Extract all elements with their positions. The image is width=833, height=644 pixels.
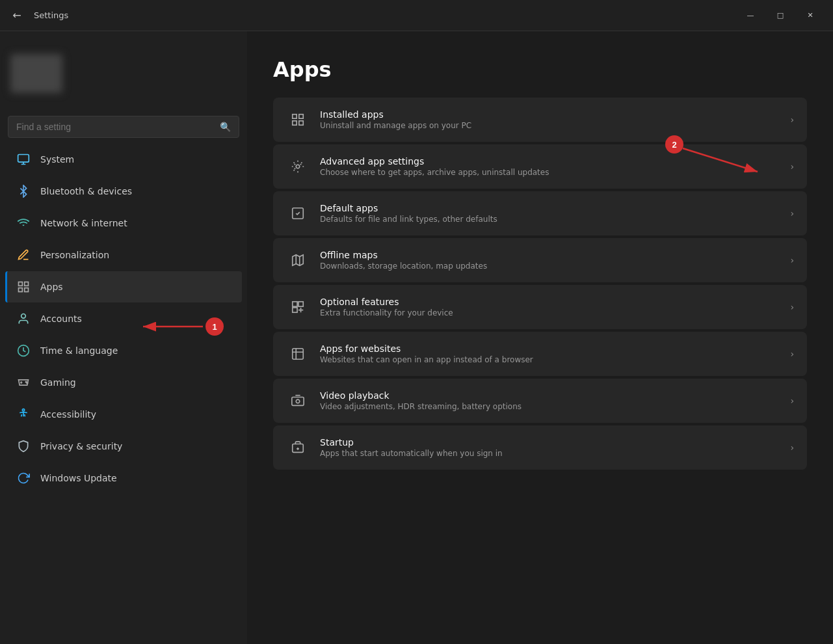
sidebar-item-apps[interactable]: Apps <box>5 271 242 302</box>
sidebar-item-label: Time & language <box>40 345 118 356</box>
svg-rect-12 <box>293 121 297 125</box>
optional-features-chevron: › <box>790 302 794 312</box>
optional-features-title: Optional features <box>320 297 780 307</box>
sidebar-item-system[interactable]: System <box>5 144 242 175</box>
installed-apps-text: Installed apps Uninstall and manage apps… <box>320 109 780 130</box>
sidebar-item-label: Personalization <box>40 250 109 260</box>
settings-item-offline-maps[interactable]: Offline maps Downloads, storage location… <box>273 238 807 282</box>
minimize-button[interactable]: — <box>735 5 765 26</box>
sidebar: 🔍 System Bluetooth & devices Network & i… <box>0 31 247 644</box>
sidebar-item-label: Windows Update <box>40 473 117 483</box>
startup-text: Startup Apps that start automatically wh… <box>320 437 780 458</box>
update-icon <box>16 470 31 486</box>
svg-rect-4 <box>25 288 29 292</box>
settings-item-optional-features[interactable]: Optional features Extra functionality fo… <box>273 285 807 329</box>
sidebar-item-bluetooth[interactable]: Bluetooth & devices <box>5 176 242 207</box>
optional-features-desc: Extra functionality for your device <box>320 308 780 317</box>
svg-point-5 <box>21 314 26 319</box>
gaming-icon <box>16 375 31 390</box>
svg-rect-20 <box>298 302 303 306</box>
search-icon: 🔍 <box>220 122 231 132</box>
advanced-app-settings-title: Advanced app settings <box>320 156 780 167</box>
svg-rect-19 <box>293 302 297 306</box>
svg-point-9 <box>22 409 24 411</box>
settings-item-default-apps[interactable]: Default apps Defaults for file and link … <box>273 191 807 235</box>
settings-item-installed-apps[interactable]: Installed apps Uninstall and manage apps… <box>273 98 807 142</box>
startup-desc: Apps that start automatically when you s… <box>320 449 780 458</box>
svg-rect-21 <box>293 308 297 312</box>
accounts-icon <box>16 311 31 327</box>
video-playback-chevron: › <box>790 396 794 406</box>
sidebar-item-label: Bluetooth & devices <box>40 186 132 196</box>
sidebar-item-accounts[interactable]: Accounts <box>5 303 242 334</box>
startup-chevron: › <box>790 442 794 453</box>
close-button[interactable]: ✕ <box>795 5 825 26</box>
settings-item-advanced-app-settings[interactable]: Advanced app settings Choose where to ge… <box>273 144 807 189</box>
startup-title: Startup <box>320 437 780 448</box>
installed-apps-desc: Uninstall and manage apps on your PC <box>320 121 780 130</box>
sidebar-nav: System Bluetooth & devices Network & int… <box>0 143 247 494</box>
apps-icon <box>16 279 31 295</box>
settings-item-startup[interactable]: Startup Apps that start automatically wh… <box>273 425 807 470</box>
advanced-app-settings-text: Advanced app settings Choose where to ge… <box>320 156 780 177</box>
installed-apps-title: Installed apps <box>320 109 780 120</box>
sidebar-item-label: Accessibility <box>40 409 96 420</box>
svg-point-24 <box>296 399 300 403</box>
search-box[interactable]: 🔍 <box>8 116 239 138</box>
sidebar-item-label: Privacy & security <box>40 441 122 451</box>
default-apps-icon <box>286 202 310 225</box>
svg-rect-1 <box>19 282 23 286</box>
personalization-icon <box>16 247 31 263</box>
sidebar-item-accessibility[interactable]: Accessibility <box>5 399 242 430</box>
offline-maps-title: Offline maps <box>320 250 780 260</box>
back-button[interactable]: ← <box>8 7 26 25</box>
sidebar-item-label: Network & internet <box>40 218 127 228</box>
offline-maps-icon <box>286 248 310 272</box>
apps-for-websites-text: Apps for websites Websites that can open… <box>320 343 780 364</box>
optional-features-icon <box>286 295 310 319</box>
video-playback-desc: Video adjustments, HDR streaming, batter… <box>320 402 780 411</box>
sidebar-item-privacy[interactable]: Privacy & security <box>5 431 242 462</box>
accessibility-icon <box>16 407 31 422</box>
sidebar-item-update[interactable]: Windows Update <box>5 463 242 494</box>
video-playback-title: Video playback <box>320 390 780 401</box>
advanced-app-settings-icon <box>286 155 310 178</box>
sidebar-item-network[interactable]: Network & internet <box>5 208 242 239</box>
sidebar-item-time[interactable]: Time & language <box>5 335 242 366</box>
settings-list: Installed apps Uninstall and manage apps… <box>273 98 807 470</box>
default-apps-desc: Defaults for file and link types, other … <box>320 215 780 224</box>
offline-maps-chevron: › <box>790 255 794 265</box>
sidebar-item-label: Accounts <box>40 314 82 324</box>
installed-apps-chevron: › <box>790 114 794 125</box>
default-apps-text: Default apps Defaults for file and link … <box>320 203 780 224</box>
apps-for-websites-desc: Websites that can open in an app instead… <box>320 355 780 364</box>
svg-rect-13 <box>299 121 303 125</box>
advanced-app-settings-desc: Choose where to get apps, archive apps, … <box>320 168 780 177</box>
svg-marker-16 <box>293 255 304 266</box>
avatar <box>10 54 62 93</box>
installed-apps-icon <box>286 108 310 131</box>
settings-item-apps-for-websites[interactable]: Apps for websites Websites that can open… <box>273 332 807 376</box>
maximize-button[interactable]: □ <box>765 5 795 26</box>
svg-rect-11 <box>299 114 303 118</box>
sidebar-item-personalization[interactable]: Personalization <box>5 239 242 271</box>
default-apps-title: Default apps <box>320 203 780 213</box>
svg-point-14 <box>296 165 300 168</box>
app-title: Settings <box>34 10 728 20</box>
svg-rect-10 <box>293 114 297 118</box>
apps-for-websites-title: Apps for websites <box>320 343 780 354</box>
system-icon <box>16 152 31 167</box>
window-controls: — □ ✕ <box>735 5 825 26</box>
search-input[interactable] <box>16 122 215 132</box>
sidebar-item-label: System <box>40 154 74 165</box>
sidebar-item-label: Apps <box>40 282 63 292</box>
svg-rect-23 <box>292 397 304 406</box>
back-icon: ← <box>12 9 21 21</box>
titlebar: ← Settings — □ ✕ <box>0 0 833 31</box>
offline-maps-desc: Downloads, storage location, map updates <box>320 262 780 271</box>
sidebar-item-gaming[interactable]: Gaming <box>5 367 242 398</box>
time-icon <box>16 343 31 358</box>
user-area <box>0 31 247 116</box>
settings-item-video-playback[interactable]: Video playback Video adjustments, HDR st… <box>273 379 807 423</box>
advanced-app-settings-chevron: › <box>790 161 794 172</box>
